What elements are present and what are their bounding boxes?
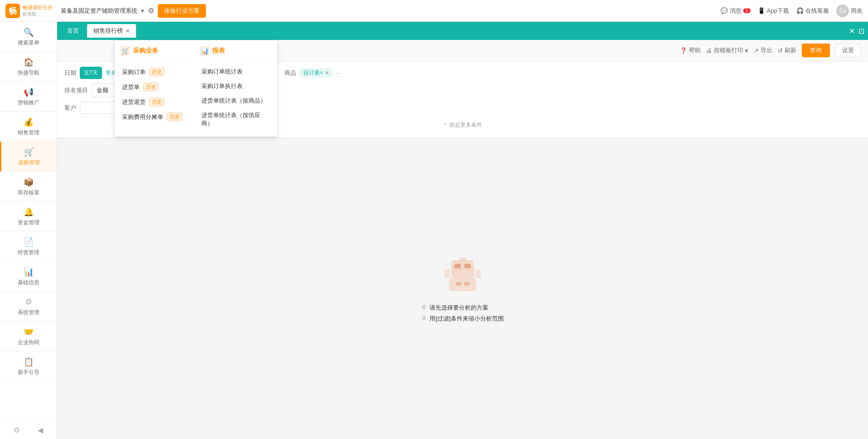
svg-rect-7	[444, 269, 450, 278]
collapse-label: 收起更多条件	[449, 121, 482, 129]
goods-more-icon[interactable]: ···	[336, 69, 341, 76]
purchase-icon: 🛒	[24, 147, 34, 157]
purchase-order-history-badge[interactable]: 历史	[149, 68, 165, 76]
tab-sales-rank[interactable]: 销售排行榜 ✕	[87, 24, 136, 38]
menu-item-report-3[interactable]: 进货单统计表（按商品）	[200, 94, 272, 108]
app-label: App下载	[767, 7, 789, 15]
top-bar: 畅 畅捷通好生意 标准版 装备及固定资产辅助管理系统 ▾ ⚙ 体验行业方案 💬 …	[0, 0, 868, 22]
query-button[interactable]: 查询	[802, 44, 830, 57]
sidebar-item-purchase[interactable]: 🛒 采购管理	[0, 142, 57, 172]
return-history-badge[interactable]: 历史	[149, 98, 165, 106]
logo-sub: 标准版	[23, 11, 53, 17]
rank-value: 金额	[97, 86, 108, 94]
svg-rect-2	[464, 264, 471, 268]
setting-button[interactable]: 设置	[835, 44, 861, 57]
export-label: 导出	[761, 46, 772, 54]
sidebar-item-enterprise[interactable]: 🤝 企业协同	[0, 321, 57, 351]
sidebar-label-purchase: 采购管理	[18, 159, 40, 167]
sidebar-item-guide[interactable]: 📋 新手引导	[0, 351, 57, 381]
settings-bottom-icon[interactable]: ⚙	[14, 426, 20, 434]
refresh-action[interactable]: ↺ 刷新	[778, 46, 796, 54]
sidebar-item-finance[interactable]: 🔔 资金管理	[0, 202, 57, 232]
refresh-icon: ↺	[778, 47, 783, 54]
empty-robot-illustration	[440, 251, 485, 296]
logo-area: 畅 畅捷通好生意 标准版	[5, 4, 55, 18]
system-title: 装备及固定资产辅助管理系统	[61, 7, 137, 15]
close-window-icon[interactable]: ✕	[849, 27, 855, 35]
gear-icon[interactable]: ⚙	[148, 6, 154, 15]
svg-rect-4	[456, 282, 461, 286]
purchase-menu-icon: 🛒	[120, 46, 130, 56]
collapse-icon: ⌃	[443, 122, 448, 128]
sidebar-label-finance: 资金管理	[18, 219, 39, 227]
report-1-label: 采购订单统计表	[201, 68, 243, 76]
tab-home[interactable]: 首页	[61, 24, 85, 38]
sidebar: 🔍 搜索菜单 🏠 快捷导航 📢 营销推广 💰 销售管理 🛒 采购管理 📦	[0, 22, 57, 439]
expense-label: 采购费用分摊单	[122, 113, 163, 121]
empty-hint-1-text: 请先选择要分析的方案	[429, 304, 488, 312]
incoming-history-badge[interactable]: 历史	[143, 83, 159, 91]
content-area: 首页 销售排行榜 ✕ ✕ ⊡ ❓ 帮助 🖨 按模板	[57, 22, 868, 439]
sidebar-item-operation[interactable]: 📄 经营管理	[0, 232, 57, 261]
sidebar-item-system[interactable]: ⚙ 系统管理	[0, 291, 57, 321]
incoming-label: 进货单	[122, 83, 140, 91]
sidebar-item-quick-nav[interactable]: 🏠 快捷导航	[0, 52, 57, 82]
menu-item-report-1[interactable]: 采购订单统计表	[200, 64, 272, 79]
sidebar-item-sales[interactable]: 💰 销售管理	[0, 112, 57, 142]
collapse-button[interactable]: ⌃ 收起更多条件	[443, 121, 482, 129]
return-label: 进货退货	[122, 98, 146, 106]
expense-history-badge[interactable]: 历史	[167, 113, 182, 121]
svg-rect-6	[459, 257, 466, 261]
sidebar-item-search[interactable]: 🔍 搜索菜单	[0, 22, 57, 52]
print-action[interactable]: 🖨 按模板打印 ▾	[706, 46, 748, 54]
reports-header-label: 报表	[212, 47, 225, 55]
user-action[interactable]: Ea 用友	[836, 5, 863, 17]
message-badge: 5	[743, 8, 751, 13]
goods-tag: 设计素× ✕	[300, 68, 333, 78]
sidebar-label-search: 搜索菜单	[18, 39, 39, 47]
logo-text-group: 畅捷通好生意 标准版	[23, 4, 53, 17]
message-icon: 💬	[721, 7, 728, 14]
refresh-label: 刷新	[785, 46, 796, 54]
dropdown-arrow-icon[interactable]: ▾	[141, 7, 144, 14]
print-label: 按模板打印	[714, 46, 743, 54]
goods-filter-group: 商品 设计素× ✕ ···	[284, 68, 341, 78]
app-download-action[interactable]: 📱 App下载	[758, 7, 789, 15]
sidebar-label-inventory: 库存核算	[18, 189, 39, 197]
menu-item-expense[interactable]: 采购费用分摊单 历史	[120, 109, 192, 124]
tab-sales-rank-label: 销售排行榜	[93, 27, 123, 35]
logo-icon: 畅	[5, 4, 20, 18]
finance-icon: 🔔	[24, 207, 34, 217]
goods-tag-close-icon[interactable]: ✕	[325, 70, 329, 76]
menu-item-return[interactable]: 进货退货 历史	[120, 94, 192, 109]
system-icon: ⚙	[25, 297, 32, 307]
tab-close-icon[interactable]: ✕	[126, 28, 130, 34]
message-action[interactable]: 💬 消息 5	[721, 7, 751, 15]
sidebar-item-inventory[interactable]: 📦 库存核算	[0, 172, 57, 202]
customer-label: 客户	[64, 104, 76, 112]
rank-label: 排名项目	[64, 86, 88, 94]
message-label: 消息	[730, 7, 741, 15]
help-action[interactable]: ❓ 帮助	[680, 46, 701, 54]
reports-menu-col: 📊 报表 采购订单统计表 采购订单执行表 进货单统计表（按商品） 进货单统计表（…	[200, 46, 272, 131]
svg-rect-1	[454, 264, 461, 268]
online-service-action[interactable]: 🎧 在线客服	[796, 7, 829, 15]
maximize-icon[interactable]: ⊡	[858, 27, 864, 35]
menu-item-purchase-order[interactable]: 采购订单 历史	[120, 64, 192, 79]
help-icon: ❓	[680, 47, 687, 54]
menu-item-incoming[interactable]: 进货单 历史	[120, 79, 192, 94]
industry-button[interactable]: 体验行业方案	[158, 4, 206, 18]
date-7days-btn[interactable]: 近7天	[80, 67, 102, 79]
sidebar-label-guide: 新手引导	[18, 369, 39, 376]
export-icon: ↗	[754, 47, 759, 54]
logo-text: 畅捷通好生意	[23, 4, 53, 10]
menu-item-report-4[interactable]: 进货单统计表（按供应商）	[200, 108, 272, 131]
sidebar-item-marketing[interactable]: 📢 营销推广	[0, 82, 57, 112]
collapse-sidebar-icon[interactable]: ◀	[38, 426, 43, 434]
export-action[interactable]: ↗ 导出	[754, 46, 772, 54]
sidebar-item-basic[interactable]: 📊 基础信息	[0, 261, 57, 291]
purchase-menu-col: 🛒 采购业务 采购订单 历史 进货单 历史 进货退货 历史	[120, 46, 192, 131]
svg-rect-0	[451, 260, 474, 278]
menu-item-report-2[interactable]: 采购订单执行表	[200, 79, 272, 94]
empty-hint-1: ① 请先选择要分析的方案	[421, 304, 503, 312]
